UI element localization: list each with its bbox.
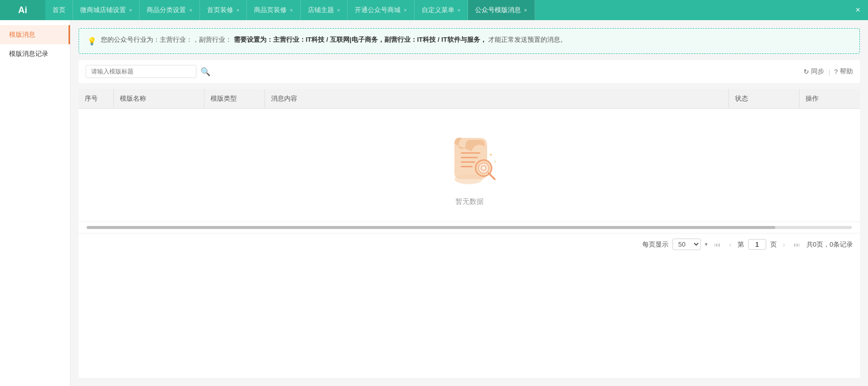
th-type: 模版类型 (205, 89, 265, 108)
th-status: 状态 (729, 89, 799, 108)
tab-close-template-msg[interactable]: × (524, 7, 527, 13)
page-unit: 页 (770, 240, 777, 249)
notice-text: 您的公众号行业为：主营行业：，副营行业： 需要设置为：主营行业：IT科技 / 互… (101, 35, 567, 45)
nav-tab-custom-menu[interactable]: 自定义菜单× (415, 0, 468, 20)
total-label: 共0页，0条记录 (807, 240, 853, 249)
nav-tab-home[interactable]: 首页 (45, 0, 73, 20)
sidebar: 模版消息模版消息记录 (0, 20, 71, 386)
notice-suffix: 才能正常发送预置的消息。 (488, 36, 567, 43)
page-size-select[interactable]: 102050100 (673, 239, 701, 250)
search-right: ↻ 同步 | ? 帮助 (804, 67, 853, 76)
th-content: 消息内容 (265, 89, 729, 108)
th-name: 模版名称 (114, 89, 205, 108)
bulb-icon: 💡 (87, 35, 97, 47)
svg-point-6 (479, 163, 489, 173)
search-left: 🔍 (86, 65, 211, 78)
nav-tab-shop-settings[interactable]: 微商城店铺设置× (73, 0, 140, 20)
empty-text: 暂无数据 (455, 197, 484, 206)
prev-page-button[interactable]: ‹ (727, 240, 733, 250)
tab-close-product-decor[interactable]: × (290, 7, 293, 13)
nav-tab-home-decor[interactable]: 首页装修× (200, 0, 247, 20)
notice-prefix: 您的公众号行业为：主营行业：，副营行业： (101, 36, 232, 43)
nav-tab-product-decor[interactable]: 商品页装修× (247, 0, 300, 20)
nav-tab-open-mall[interactable]: 开通公众号商城× (348, 0, 414, 20)
notice-banner: 💡 您的公众号行业为：主营行业：，副营行业： 需要设置为：主营行业：IT科技 /… (79, 28, 860, 54)
nav-tab-shop-theme[interactable]: 店铺主题× (301, 0, 348, 20)
last-page-button[interactable]: ⏭ (791, 240, 803, 250)
brand-logo: Ai (0, 0, 45, 20)
next-page-button[interactable]: › (781, 240, 787, 250)
sync-label: 同步 (811, 67, 824, 76)
sync-button[interactable]: ↻ 同步 (804, 67, 824, 76)
first-page-button[interactable]: ⏮ (712, 240, 723, 250)
scrollbar-row[interactable] (79, 221, 860, 233)
main-layout: 模版消息模版消息记录 💡 您的公众号行业为：主营行业：，副营行业： 需要设置为：… (0, 20, 868, 386)
tab-close-open-mall[interactable]: × (404, 7, 407, 13)
nav-tabs: 首页微商城店铺设置×商品分类设置×首页装修×商品页装修×店铺主题×开通公众号商城… (45, 0, 848, 20)
search-input[interactable] (86, 65, 196, 78)
notice-highlight: 需要设置为：主营行业：IT科技 / 互联网|电子商务，副营行业：IT科技 / I… (234, 36, 487, 43)
brand-text: Ai (18, 5, 27, 16)
global-close-button[interactable]: × (848, 0, 868, 20)
page-number-input[interactable] (748, 239, 766, 250)
refresh-icon: ↻ (804, 68, 809, 75)
pagination: 每页显示 102050100 ▾ ⏮ ‹ 第 页 › ⏭ 共0页，0条记录 (79, 233, 860, 255)
help-button[interactable]: ? 帮助 (834, 67, 853, 76)
tab-close-shop-settings[interactable]: × (129, 7, 132, 13)
tab-close-home-decor[interactable]: × (236, 7, 239, 13)
help-icon: ? (834, 68, 838, 75)
page-label: 第 (738, 240, 744, 249)
search-button[interactable]: 🔍 (201, 67, 211, 76)
th-index: 序号 (79, 89, 114, 108)
content-area: 💡 您的公众号行业为：主营行业：，副营行业： 需要设置为：主营行业：IT科技 /… (71, 20, 868, 386)
scrollbar-thumb[interactable] (87, 226, 775, 229)
chevron-down-icon: ▾ (705, 241, 708, 248)
svg-text:✦: ✦ (489, 152, 493, 158)
search-bar: 🔍 ↻ 同步 | ? 帮助 (79, 60, 860, 83)
svg-line-7 (489, 173, 495, 179)
th-action: 操作 (799, 89, 860, 108)
tab-close-shop-theme[interactable]: × (337, 7, 340, 13)
divider: | (828, 68, 830, 75)
scrollbar-track[interactable] (87, 226, 852, 229)
tab-close-custom-menu[interactable]: × (457, 7, 460, 13)
data-table: 序号模版名称模版类型消息内容状态操作 (79, 89, 860, 378)
empty-icon: ✦ ✦ (439, 129, 500, 189)
table-header: 序号模版名称模版类型消息内容状态操作 (79, 89, 860, 109)
nav-tab-template-msg[interactable]: 公众号模版消息× (468, 0, 535, 20)
svg-text:✦: ✦ (494, 160, 497, 164)
help-label: 帮助 (840, 67, 853, 76)
empty-state: ✦ ✦ 暂无数据 (79, 109, 860, 221)
top-nav: Ai 首页微商城店铺设置×商品分类设置×首页装修×商品页装修×店铺主题×开通公众… (0, 0, 868, 20)
nav-tab-category-settings[interactable]: 商品分类设置× (140, 0, 199, 20)
page-size-label: 每页显示 (642, 240, 669, 249)
sidebar-item-template-log[interactable]: 模版消息记录 (0, 44, 70, 63)
tab-close-category-settings[interactable]: × (189, 7, 192, 13)
sidebar-item-template-msg[interactable]: 模版消息 (0, 25, 70, 44)
